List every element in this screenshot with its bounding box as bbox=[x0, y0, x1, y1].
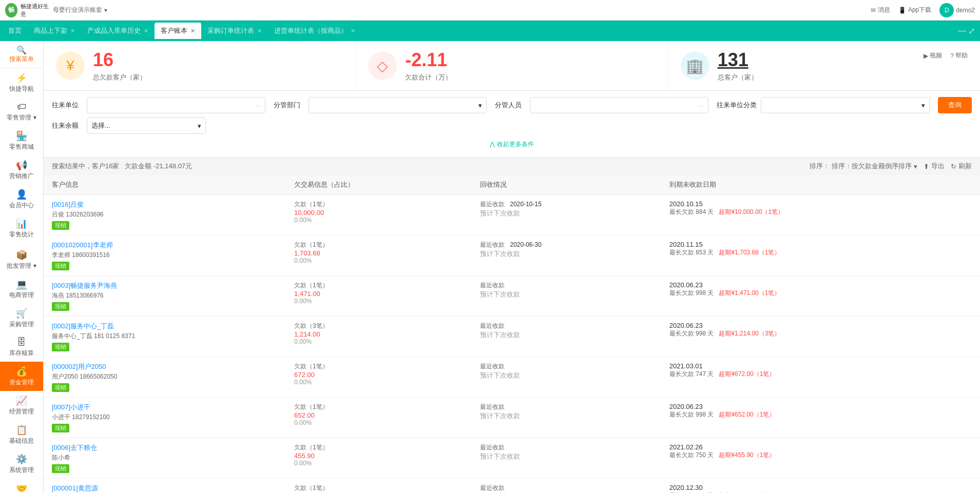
customer-name-link[interactable]: [000002]用户2050 bbox=[52, 362, 278, 371]
customer-name-link[interactable]: [0007]小进干 bbox=[52, 403, 278, 412]
close-icon[interactable]: ✕ bbox=[257, 28, 262, 34]
debt-count: 欠款（1笔） bbox=[294, 281, 464, 290]
customer-name-link[interactable]: [0003]畅捷服务尹海燕 bbox=[52, 281, 278, 290]
stat-total-customers[interactable]: 🏢 131 总客户（家） ▶ 视频 ? 帮助 bbox=[668, 41, 980, 90]
filter-supplier-type: 往来单位分类 ▾ bbox=[717, 97, 930, 113]
due-date: 2020.06.23 bbox=[669, 281, 972, 289]
search-menu-btn[interactable]: 🔍 搜索菜单 bbox=[0, 41, 43, 68]
debt-count: 欠款（3笔） bbox=[294, 322, 464, 330]
sort-selector[interactable]: 排序： 排序：按欠款金额倒序排序 ▾ bbox=[810, 162, 917, 171]
cell-customer-info: [0002]服务中心_丁磊 服务中心_丁磊 181 0125 8371 现销 bbox=[44, 317, 286, 357]
customer-name-link[interactable]: [0002]服务中心_丁磊 bbox=[52, 322, 278, 331]
sidebar-item-retail-mgmt[interactable]: 🏷 零售管理 ▾ bbox=[0, 97, 43, 126]
message-btn[interactable]: ✉ 消息 bbox=[871, 6, 890, 14]
overdue-link[interactable]: 超期¥455.90（1笔） bbox=[719, 451, 775, 459]
balance-select[interactable]: 选择... ▾ bbox=[87, 117, 206, 134]
table-row[interactable]: [0001020001]李老师 李老师 18600391516 现销 欠款（1笔… bbox=[44, 235, 980, 276]
tab-product-history[interactable]: 产成品入库单历史 ✕ bbox=[81, 23, 155, 39]
sidebar-item-ecommerce[interactable]: 💻 电商管理 bbox=[0, 274, 43, 304]
due-date: 2020.10.15 bbox=[669, 200, 972, 208]
logo-area: 畅 畅捷通好生意 bbox=[5, 3, 49, 18]
next-collect-label: 预计下次收款 bbox=[480, 209, 652, 218]
last-collect-label: 最近收款 bbox=[480, 403, 652, 411]
tab-product-shelf[interactable]: 商品上下架 ✕ bbox=[28, 23, 81, 39]
overdue-link[interactable]: 超期¥10,000.00（1笔） bbox=[719, 208, 784, 215]
tab-purchase-order[interactable]: 采购订单统计表 ✕ bbox=[201, 23, 268, 39]
cell-debt-info: 欠款（1笔） 10,000.00 0.00% bbox=[286, 195, 472, 235]
help-btn[interactable]: ? 帮助 bbox=[950, 51, 968, 60]
industry-selector[interactable]: 母婴行业演示账套 ▾ bbox=[53, 6, 107, 14]
debt-amount: 10,000.00 bbox=[294, 209, 464, 216]
close-icon[interactable]: ✕ bbox=[190, 28, 195, 34]
dots-icon: ··· bbox=[255, 102, 261, 109]
last-collect-date: 2020-10-15 bbox=[507, 201, 542, 208]
cell-customer-info: [0006]去下粮仓 陈小希 现销 bbox=[44, 438, 286, 479]
customer-name-link[interactable]: [000001]黄思源 bbox=[52, 484, 278, 493]
video-icon: ▶ bbox=[924, 52, 928, 60]
table-row[interactable]: [000001]黄思源 黄思源 13552700226 现销 欠款（1笔） 42… bbox=[44, 479, 980, 494]
due-date: 2020.06.23 bbox=[669, 403, 972, 410]
sidebar-item-purchase[interactable]: 🛒 采购管理 bbox=[0, 304, 43, 333]
overdue-link[interactable]: 超期¥652.00（1笔） bbox=[719, 411, 775, 418]
overdue-link[interactable]: 超期¥672.00（1笔） bbox=[719, 370, 775, 378]
customer-phone: 李老师 18600391516 bbox=[52, 251, 278, 260]
table-row[interactable]: [0006]去下粮仓 陈小希 现销 欠款（1笔） 455.90 0.00% 最近… bbox=[44, 438, 980, 479]
tab-minimize-btn[interactable]: — bbox=[958, 26, 966, 36]
query-button[interactable]: 查询 bbox=[938, 97, 972, 113]
sidebar-item-operation[interactable]: 📈 经营管理 bbox=[0, 391, 43, 420]
refresh-btn[interactable]: ↻ 刷新 bbox=[951, 162, 972, 171]
filter-dept: 分管部门 ▾ bbox=[274, 97, 487, 113]
sidebar-item-marketing[interactable]: 📢 营销推广 bbox=[0, 155, 43, 185]
customer-phone: 陈小希 bbox=[52, 453, 278, 462]
dept-select[interactable]: ▾ bbox=[309, 97, 487, 113]
collapse-filters-btn[interactable]: ⋀ 收起更多条件 bbox=[52, 138, 972, 151]
sidebar-item-quick-nav[interactable]: ⚡ 快捷导航 bbox=[0, 68, 43, 97]
supplier-input[interactable]: ··· bbox=[87, 97, 265, 113]
table-row[interactable]: [0003]畅捷服务尹海燕 海燕 18513066976 现销 欠款（1笔） 1… bbox=[44, 276, 980, 317]
overdue-link[interactable]: 超期¥1,214.00（3笔） bbox=[719, 330, 780, 337]
chevron-down-icon: ▾ bbox=[921, 102, 925, 109]
table-row[interactable]: [0002]服务中心_丁磊 服务中心_丁磊 181 0125 8371 现销 欠… bbox=[44, 317, 980, 357]
debt-count: 欠款（1笔） bbox=[294, 241, 464, 249]
result-bar: 搜索结果中，客户16家 欠款金额 -21,148.07元 排序： 排序：按欠款金… bbox=[44, 157, 980, 175]
overdue-link[interactable]: 超期¥1,703.68（1笔） bbox=[719, 249, 780, 256]
app-download-btn[interactable]: 📱 App下载 bbox=[898, 6, 931, 14]
export-btn[interactable]: ⬆ 导出 bbox=[924, 162, 945, 171]
stat-overdue-customers[interactable]: ¥ 16 总欠款客户（家） bbox=[44, 41, 356, 90]
customer-name-link[interactable]: [0006]去下粮仓 bbox=[52, 443, 278, 452]
sidebar-item-system[interactable]: ⚙️ 系统管理 bbox=[0, 449, 43, 479]
cell-debt-info: 欠款（1笔） 652.00 0.00% bbox=[286, 398, 472, 438]
sidebar-item-finance[interactable]: 💰 资金管理 bbox=[0, 362, 43, 391]
customer-name-link[interactable]: [0001020001]李老师 bbox=[52, 241, 278, 250]
sidebar-item-wholesale[interactable]: 📦 批发管理 ▾ bbox=[0, 245, 43, 274]
cell-due-date: 2020.11.15 最长欠款 853 天 超期¥1,703.68（1笔） bbox=[661, 235, 980, 276]
next-collect-label: 预计下次收款 bbox=[480, 371, 652, 380]
export-icon: ⬆ bbox=[924, 163, 929, 170]
sidebar-item-retail-stat[interactable]: 📊 零售统计 bbox=[0, 214, 43, 243]
video-help-btn[interactable]: ▶ 视频 bbox=[924, 51, 942, 60]
sidebar-item-retail-mall[interactable]: 🏪 零售商城 bbox=[0, 126, 43, 155]
tab-customer-account[interactable]: 客户账本 ✕ bbox=[155, 23, 201, 39]
overdue-link[interactable]: 超期¥1,471.00（1笔） bbox=[719, 289, 780, 297]
tab-home[interactable]: 首页 bbox=[2, 23, 28, 39]
close-icon[interactable]: ✕ bbox=[70, 28, 75, 34]
sidebar-item-basic-info[interactable]: 📋 基础信息 bbox=[0, 420, 43, 449]
person-input[interactable]: ··· bbox=[530, 97, 708, 113]
user-avatar[interactable]: D demo2 bbox=[939, 3, 975, 17]
supplier-type-select[interactable]: ▾ bbox=[761, 97, 930, 113]
tab-purchase-stat[interactable]: 进货单统计表（按商品） ✕ bbox=[268, 23, 361, 39]
table-row[interactable]: [000002]用户2050 用户2050 18665062050 现销 欠款（… bbox=[44, 357, 980, 398]
table-row[interactable]: [0007]小进干 小进干 18279152100 现销 欠款（1笔） 652.… bbox=[44, 398, 980, 438]
tab-maximize-btn[interactable]: ⤢ bbox=[968, 26, 975, 36]
close-icon[interactable]: ✕ bbox=[351, 28, 355, 34]
customer-name-link[interactable]: [0016]吕俊 bbox=[52, 200, 278, 209]
sidebar-item-enterprise-coop[interactable]: 🤝 企业协同 bbox=[0, 479, 43, 493]
stat-overdue-amount[interactable]: ◇ -2.11 欠款合计（万） bbox=[356, 41, 668, 90]
sidebar-item-inventory[interactable]: 🗄 库存核算 bbox=[0, 333, 43, 362]
sidebar-item-member[interactable]: 👤 会员中心 bbox=[0, 185, 43, 214]
table-row[interactable]: [0016]吕俊 吕俊 13026203696 现销 欠款（1笔） 10,000… bbox=[44, 195, 980, 235]
cell-customer-info: [0003]畅捷服务尹海燕 海燕 18513066976 现销 bbox=[44, 276, 286, 317]
cell-customer-info: [0007]小进干 小进干 18279152100 现销 bbox=[44, 398, 286, 438]
chevron-down-icon: ▾ bbox=[914, 163, 917, 170]
close-icon[interactable]: ✕ bbox=[144, 28, 148, 34]
